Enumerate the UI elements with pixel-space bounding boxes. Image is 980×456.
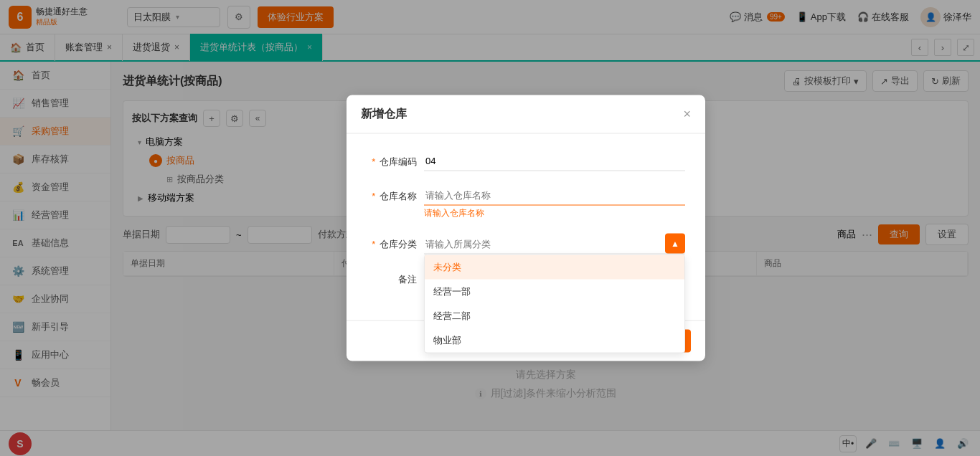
code-field bbox=[424, 151, 685, 171]
category-dropdown-toggle[interactable]: ▲ bbox=[665, 234, 685, 254]
category-input[interactable] bbox=[424, 234, 665, 253]
dialog-wrapper: 新增仓库 × * 仓库编码 * 仓库名称 bbox=[347, 95, 705, 361]
code-input[interactable] bbox=[424, 151, 685, 171]
form-row-code: * 仓库编码 bbox=[367, 151, 685, 171]
dropdown-option-2[interactable]: 经营二部 bbox=[425, 304, 684, 328]
dialog-header: 新增仓库 × bbox=[347, 95, 705, 134]
dialog-body: * 仓库编码 * 仓库名称 请输入仓库名称 bbox=[347, 134, 705, 320]
name-error-message: 请输入仓库名称 bbox=[424, 207, 685, 219]
name-field: 请输入仓库名称 bbox=[424, 186, 685, 219]
dialog-title: 新增仓库 bbox=[361, 107, 407, 122]
dropdown-option-3[interactable]: 物业部 bbox=[425, 328, 684, 353]
name-input[interactable] bbox=[424, 186, 685, 206]
category-label: * 仓库分类 bbox=[367, 234, 424, 251]
code-label: * 仓库编码 bbox=[367, 151, 424, 168]
form-row-category: * 仓库分类 ▲ 未分类 经营一部 bbox=[367, 234, 685, 255]
dropdown-option-1[interactable]: 经营一部 bbox=[425, 280, 684, 304]
dialog-close-icon[interactable]: × bbox=[683, 107, 691, 122]
category-dropdown-list: 未分类 经营一部 经营二部 物业部 bbox=[424, 255, 685, 353]
name-label: * 仓库名称 bbox=[367, 186, 424, 203]
form-row-name: * 仓库名称 请输入仓库名称 bbox=[367, 186, 685, 219]
dropdown-option-0[interactable]: 未分类 bbox=[425, 255, 684, 280]
add-warehouse-dialog: 新增仓库 × * 仓库编码 * 仓库名称 bbox=[347, 95, 705, 361]
category-input-wrapper: ▲ bbox=[424, 234, 685, 255]
note-label: 备注 bbox=[367, 269, 424, 286]
category-field: ▲ 未分类 经营一部 经营二部 物业部 bbox=[424, 234, 685, 255]
